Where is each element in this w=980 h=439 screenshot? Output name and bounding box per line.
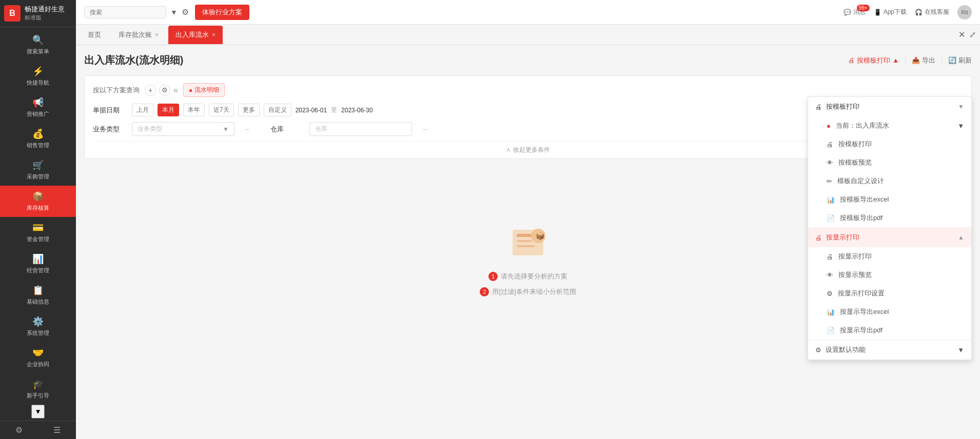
tab-close-all-btn[interactable]: ✕ xyxy=(958,30,965,39)
tab-batch-close[interactable]: × xyxy=(155,31,159,38)
sidebar-item-operation[interactable]: 📊 经营管理 xyxy=(0,248,76,280)
sidebar-item-corp[interactable]: 🤝 企业协同 xyxy=(0,342,76,373)
filter-setting-btn[interactable]: ⚙ xyxy=(159,85,170,96)
date-last7-btn[interactable]: 近7天 xyxy=(209,104,234,116)
sidebar-icon-basic: 📋 xyxy=(32,285,44,296)
sidebar-item-guide[interactable]: 🎓 新手引导 xyxy=(0,373,76,403)
svg-text:📦: 📦 xyxy=(536,232,545,241)
template-print-collapse-icon: ▼ xyxy=(958,103,964,110)
settings-footer-icon[interactable]: ⚙ xyxy=(15,425,23,435)
template-preview-item[interactable]: 👁 按模板预览 xyxy=(808,153,971,172)
type-select[interactable]: 业务类型 ▼ xyxy=(132,122,234,136)
date-prev-month-btn[interactable]: 上月 xyxy=(132,104,153,116)
date-more-btn[interactable]: 更多 xyxy=(238,104,260,116)
set-default-icon: ⚙ xyxy=(815,346,821,354)
menu-footer-icon[interactable]: ☰ xyxy=(53,425,61,435)
filter-add-btn[interactable]: + xyxy=(145,85,156,96)
online-service-btn[interactable]: 🎧 在线客服 xyxy=(915,8,949,16)
filter-tag[interactable]: ● 流水明细 xyxy=(183,83,225,97)
message-btn[interactable]: 💬 消息 99+ xyxy=(844,8,866,16)
sidebar-scroll-down-btn[interactable]: ▼ xyxy=(31,405,44,418)
sidebar-item-system[interactable]: ⚙️ 系统管理 xyxy=(0,311,76,342)
sidebar-icon-guide: 🎓 xyxy=(32,378,44,390)
filter-collapse-left-btn[interactable]: « xyxy=(173,86,178,95)
set-default-label: 设置默认功能 xyxy=(826,345,866,354)
type-more-btn[interactable]: ··· xyxy=(245,126,250,133)
template-print-item[interactable]: 🖨 按模板打印 xyxy=(808,135,971,153)
svg-rect-2 xyxy=(517,240,532,242)
tabbar: 首页 库存批次账 × 出入库流水 × ✕ ⤢ xyxy=(76,25,980,45)
template-print-section-title: 🖨 按模板打印 xyxy=(815,102,859,111)
display-export-excel-item[interactable]: 📊 按显示导出excel xyxy=(808,303,971,321)
sidebar-item-sales[interactable]: 💰 销售管理 xyxy=(0,123,76,154)
warehouse-more-btn[interactable]: ··· xyxy=(422,126,427,133)
sidebar-item-basic[interactable]: 📋 基础信息 xyxy=(0,280,76,311)
sidebar-item-shortcut[interactable]: ⚡ 快捷导航 xyxy=(0,61,76,92)
search-input[interactable] xyxy=(84,6,166,18)
date-options: 上月 本月 本年 近7天 更多 自定义 2023-06-01 至 2023-06… xyxy=(132,104,373,116)
search-dropdown-btn[interactable]: ▼ xyxy=(170,8,178,16)
sidebar-icon-search: 🔍 xyxy=(32,34,44,46)
refresh-label: 刷新 xyxy=(958,56,972,65)
collapse-more-btn[interactable]: ∧ 收起更多条件 xyxy=(506,146,550,154)
display-print-item[interactable]: 🖨 按显示打印 xyxy=(808,247,971,266)
date-filter-label: 单据日期 xyxy=(93,106,124,115)
sidebar-icon-sales: 💰 xyxy=(32,128,44,139)
template-export-excel-label: 按模板导出excel xyxy=(840,195,889,204)
sidebar-item-finance[interactable]: 💳 资金管理 xyxy=(0,217,76,248)
template-preview-icon: 👁 xyxy=(827,159,833,167)
template-preview-label: 按模板预览 xyxy=(838,158,872,167)
collapse-icon: ∧ xyxy=(506,146,511,153)
date-current-year-btn[interactable]: 本年 xyxy=(183,104,205,116)
date-custom-btn[interactable]: 自定义 xyxy=(264,104,291,116)
app-logo: B xyxy=(4,5,21,22)
sidebar-item-marketing[interactable]: 📢 营销推广 xyxy=(0,92,76,123)
date-range-sep: 至 xyxy=(331,106,337,114)
export-btn[interactable]: 📤 导出 xyxy=(912,56,935,65)
sidebar-icon-system: ⚙️ xyxy=(32,316,44,327)
sidebar-item-search[interactable]: 🔍 搜索菜单 xyxy=(0,29,76,61)
svg-rect-3 xyxy=(517,245,535,247)
display-print-icon: 🖨 xyxy=(827,253,833,261)
template-current-item[interactable]: ● 当前：出入库流水 ▼ xyxy=(808,116,971,135)
sidebar-item-purchase[interactable]: 🛒 采购管理 xyxy=(0,154,76,186)
tab-inout-close[interactable]: × xyxy=(212,31,215,38)
refresh-btn[interactable]: 🔄 刷新 xyxy=(948,56,972,65)
trial-btn[interactable]: 体验行业方案 xyxy=(195,5,249,20)
tab-inout[interactable]: 出入库流水 × xyxy=(168,26,223,44)
set-default-arrow: ▼ xyxy=(957,346,964,354)
sidebar-icon-inventory: 📦 xyxy=(32,191,44,202)
app-download-icon: 📱 xyxy=(874,9,881,16)
template-export-excel-item[interactable]: 📊 按模板导出excel xyxy=(808,190,971,209)
sidebar-item-inventory[interactable]: 📦 库存核算 xyxy=(0,186,76,217)
template-current-icon: ● xyxy=(827,122,831,130)
display-print-section-label: 按显示打印 xyxy=(826,233,859,242)
tab-expand-btn[interactable]: ⤢ xyxy=(969,30,976,39)
service-icon: 🎧 xyxy=(915,9,923,16)
display-preview-item[interactable]: 👁 按显示预览 xyxy=(808,266,971,284)
tab-home[interactable]: 首页 xyxy=(80,26,109,44)
print-btn[interactable]: 🖨 按模板打印 ▲ xyxy=(848,56,899,65)
date-range-end: 2023-06-30 xyxy=(341,107,373,114)
sidebar-label-inventory: 库存核算 xyxy=(27,204,49,212)
sidebar-label-guide: 新手引导 xyxy=(27,392,49,400)
step1-num: 1 xyxy=(488,272,498,281)
template-customize-item[interactable]: ✏ 模板自定义设计 xyxy=(808,172,971,190)
topbar: ▼ ⚙ 体验行业方案 💬 消息 99+ 📱 App下载 🎧 在线客服 xyxy=(76,0,980,25)
warehouse-placeholder: 仓库 xyxy=(315,125,327,133)
app-subtitle: 标准版 xyxy=(25,14,65,22)
display-print-settings-item[interactable]: ⚙ 按显示打印设置 xyxy=(808,284,971,303)
tab-batch[interactable]: 库存批次账 × xyxy=(111,26,166,44)
template-export-pdf-item[interactable]: 📄 按模板导出pdf xyxy=(808,209,971,227)
set-default-item[interactable]: ⚙ 设置默认功能 ▼ xyxy=(808,340,971,360)
template-export-pdf-icon: 📄 xyxy=(827,214,835,222)
app-download-btn[interactable]: 📱 App下载 xyxy=(874,8,907,16)
date-current-month-btn[interactable]: 本月 xyxy=(158,104,179,116)
template-current-label: 当前：出入库流水 xyxy=(836,121,889,130)
user-avatar[interactable]: Rit xyxy=(957,5,972,19)
settings-gear-icon[interactable]: ⚙ xyxy=(182,7,189,17)
template-print-section-header[interactable]: 🖨 按模板打印 ▼ xyxy=(808,97,971,116)
display-print-section-header[interactable]: 🖨 按显示打印 ▲ xyxy=(808,228,971,247)
display-export-pdf-item[interactable]: 📄 按显示导出pdf xyxy=(808,321,971,340)
warehouse-select[interactable]: 仓库 xyxy=(309,122,412,136)
